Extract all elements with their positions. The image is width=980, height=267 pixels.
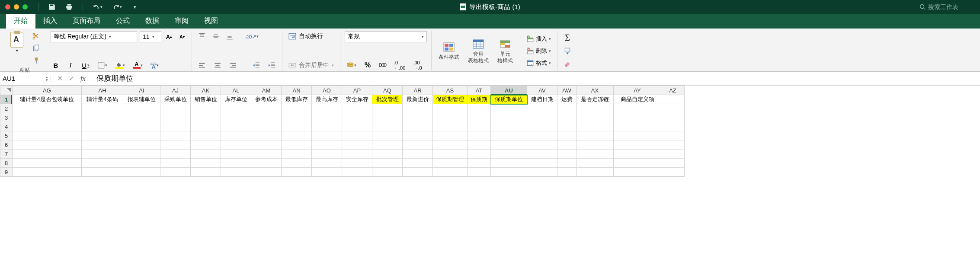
col-header-AV[interactable]: AV [527, 86, 557, 95]
cell-AZ1[interactable] [661, 95, 685, 104]
col-header-AO[interactable]: AO [312, 86, 342, 95]
border-button[interactable]: ▾ [96, 60, 109, 70]
cell-AU5[interactable] [491, 131, 527, 140]
cell-AN5[interactable] [282, 131, 312, 140]
cell-AL6[interactable] [221, 140, 251, 149]
cell-AR2[interactable] [403, 104, 433, 113]
cell-AI4[interactable] [123, 122, 160, 131]
col-header-AJ[interactable]: AJ [160, 86, 191, 95]
cell-AO3[interactable] [312, 113, 342, 122]
cell-AI8[interactable] [123, 159, 160, 168]
cell-AP3[interactable] [342, 113, 372, 122]
align-middle-button[interactable] [210, 31, 221, 41]
cell-AS9[interactable] [433, 168, 468, 177]
select-all-corner[interactable] [0, 86, 13, 95]
percent-button[interactable]: % [362, 60, 373, 70]
phonetic-button[interactable]: abcA▾ [149, 60, 161, 70]
format-cells-button[interactable]: 格式▾ [525, 58, 553, 68]
cell-AN8[interactable] [282, 159, 312, 168]
cell-AS6[interactable] [433, 140, 468, 149]
cell-AH6[interactable] [82, 140, 123, 149]
cell-AG4[interactable] [13, 122, 82, 131]
cell-AH4[interactable] [82, 122, 123, 131]
cell-AK4[interactable] [191, 122, 221, 131]
cell-AX6[interactable] [576, 140, 614, 149]
cell-AN6[interactable] [282, 140, 312, 149]
cell-AY1[interactable]: 商品自定义项 [614, 95, 661, 104]
col-header-AK[interactable]: AK [191, 86, 221, 95]
minimize-window-button[interactable] [14, 4, 19, 10]
cell-AH5[interactable] [82, 131, 123, 140]
cell-AK6[interactable] [191, 140, 221, 149]
cell-AX9[interactable] [576, 168, 614, 177]
cell-AQ2[interactable] [372, 104, 403, 113]
cell-AO8[interactable] [312, 159, 342, 168]
cell-AY7[interactable] [614, 149, 661, 159]
tab-审阅[interactable]: 审阅 [167, 13, 196, 29]
cell-AY4[interactable] [614, 122, 661, 131]
cell-AK3[interactable] [191, 113, 221, 122]
cell-AO9[interactable] [312, 168, 342, 177]
cell-AU2[interactable] [491, 104, 527, 113]
col-header-AS[interactable]: AS [433, 86, 468, 95]
cell-AN3[interactable] [282, 113, 312, 122]
align-bottom-button[interactable] [224, 31, 235, 41]
cell-AJ9[interactable] [160, 168, 191, 177]
cell-AM1[interactable]: 参考成本 [251, 95, 282, 104]
cell-AP2[interactable] [342, 104, 372, 113]
col-header-AI[interactable]: AI [123, 86, 160, 95]
align-center-button[interactable] [212, 60, 223, 70]
cell-AY8[interactable] [614, 159, 661, 168]
cell-AR4[interactable] [403, 122, 433, 131]
cell-AT9[interactable] [468, 168, 491, 177]
cell-AN7[interactable] [282, 149, 312, 159]
cell-AU3[interactable] [491, 113, 527, 122]
row-header-4[interactable]: 4 [0, 122, 13, 131]
cell-AH2[interactable] [82, 104, 123, 113]
cell-AU6[interactable] [491, 140, 527, 149]
italic-button[interactable]: I [65, 60, 76, 70]
col-header-AW[interactable]: AW [557, 86, 576, 95]
number-format-select[interactable]: 常规▾ [345, 31, 427, 42]
cell-AI3[interactable] [123, 113, 160, 122]
cell-AS1[interactable]: 保质期管理 [433, 95, 468, 104]
cell-AP8[interactable] [342, 159, 372, 168]
format-painter-button[interactable] [30, 55, 42, 66]
cell-AZ2[interactable] [661, 104, 685, 113]
cell-AM9[interactable] [251, 168, 282, 177]
cell-AL7[interactable] [221, 149, 251, 159]
cell-AX3[interactable] [576, 113, 614, 122]
row-header-2[interactable]: 2 [0, 104, 13, 113]
cell-AO2[interactable] [312, 104, 342, 113]
cell-AU1[interactable]: 保质期单位 [491, 95, 527, 104]
cell-AG7[interactable] [13, 149, 82, 159]
cell-AR9[interactable] [403, 168, 433, 177]
cell-AV4[interactable] [527, 122, 557, 131]
cell-AQ7[interactable] [372, 149, 403, 159]
row-header-7[interactable]: 7 [0, 149, 13, 159]
tab-视图[interactable]: 视图 [196, 13, 226, 29]
cell-AJ4[interactable] [160, 122, 191, 131]
name-box[interactable]: AU1 ▴▾ [0, 75, 51, 82]
cell-AT3[interactable] [468, 113, 491, 122]
cell-AT6[interactable] [468, 140, 491, 149]
cell-AH7[interactable] [82, 149, 123, 159]
orientation-button[interactable]: ab↗▾ [244, 31, 260, 41]
cell-AP4[interactable] [342, 122, 372, 131]
cell-AV7[interactable] [527, 149, 557, 159]
sheet-search-input[interactable] [928, 3, 976, 10]
cell-AY3[interactable] [614, 113, 661, 122]
cell-AM3[interactable] [251, 113, 282, 122]
cell-AG8[interactable] [13, 159, 82, 168]
cell-AG6[interactable] [13, 140, 82, 149]
cell-AP9[interactable] [342, 168, 372, 177]
cell-AT8[interactable] [468, 159, 491, 168]
copy-button[interactable] [30, 43, 42, 54]
cell-AU7[interactable] [491, 149, 527, 159]
cell-AT2[interactable] [468, 104, 491, 113]
cell-AX4[interactable] [576, 122, 614, 131]
cell-AJ5[interactable] [160, 131, 191, 140]
cell-AM6[interactable] [251, 140, 282, 149]
cell-AU9[interactable] [491, 168, 527, 177]
cell-AG2[interactable] [13, 104, 82, 113]
